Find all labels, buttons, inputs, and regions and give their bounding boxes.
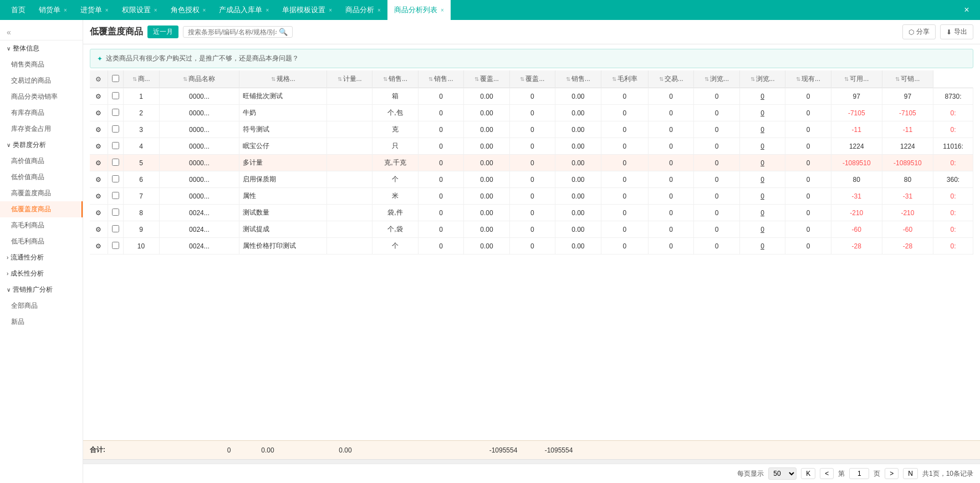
row-browse-a[interactable]: 0 — [739, 171, 785, 188]
row-browse-a[interactable]: 0 — [739, 138, 785, 155]
row-checkbox[interactable] — [108, 171, 123, 188]
row-settings[interactable]: ⚙ — [90, 88, 108, 105]
page-number-input[interactable] — [849, 468, 869, 479]
row-settings[interactable]: ⚙ — [90, 121, 108, 138]
sidebar-item-traded-goods[interactable]: 交易过的商品 — [0, 73, 83, 89]
sidebar-collapse-btn[interactable]: « — [4, 27, 13, 38]
col-sales-c[interactable]: ⇅销售... — [555, 70, 601, 88]
nav-template[interactable]: 单据模板设置 × — [275, 0, 339, 20]
row-settings[interactable]: ⚙ — [90, 138, 108, 155]
nav-product-analysis-list[interactable]: 商品分析列表 × — [387, 0, 451, 20]
col-cover-b[interactable]: ⇅覆盖... — [509, 70, 555, 88]
nav-sales[interactable]: 销货单 × — [32, 0, 74, 20]
col-sales-amt[interactable]: ⇅销售... — [418, 70, 463, 88]
row-checkbox[interactable] — [108, 121, 123, 138]
row-checkbox[interactable] — [108, 221, 123, 238]
row-checkbox[interactable] — [108, 88, 123, 105]
nav-home[interactable]: 首页 — [4, 0, 32, 20]
col-gross-rate[interactable]: ⇅毛利率 — [601, 70, 648, 88]
row-sales-c: 0 — [601, 138, 648, 155]
nav-role-close[interactable]: × — [203, 7, 206, 13]
row-settings[interactable]: ⚙ — [90, 155, 108, 171]
row-browse-a[interactable]: 0 — [739, 88, 785, 105]
date-filter-button[interactable]: 近一月 — [147, 26, 178, 38]
row-checkbox[interactable] — [108, 205, 123, 221]
sidebar-item-category-rate[interactable]: 商品分类动销率 — [0, 89, 83, 105]
sidebar-item-low-coverage[interactable]: 低覆盖度商品 — [0, 201, 83, 217]
col-trans[interactable]: ⇅交易... — [648, 70, 693, 88]
row-checkbox[interactable] — [108, 105, 123, 121]
nav-permission-close[interactable]: × — [154, 7, 157, 13]
nav-product-close[interactable]: × — [377, 7, 381, 13]
table-row: ⚙ 6 0000... 启用保质期 个 0 0.00 0 0.00 0 0 0 … — [90, 171, 973, 188]
sidebar-section-overall[interactable]: ∨ 整体信息 — [0, 40, 83, 57]
sidebar-item-capital[interactable]: 库存资金占用 — [0, 121, 83, 137]
sidebar-item-in-stock[interactable]: 有库存商品 — [0, 105, 83, 121]
col-spec[interactable]: ⇅规格... — [239, 70, 327, 88]
window-close-button[interactable]: × — [958, 1, 976, 19]
row-browse-a[interactable]: 0 — [739, 155, 785, 171]
row-settings[interactable]: ⚙ — [90, 221, 108, 238]
col-checkbox[interactable] — [108, 70, 123, 88]
sidebar-item-high-coverage[interactable]: 高覆盖度商品 — [0, 185, 83, 201]
row-browse-a[interactable]: 0 — [739, 188, 785, 205]
sidebar-item-high-value[interactable]: 高价值商品 — [0, 153, 83, 169]
row-settings[interactable]: ⚙ — [90, 105, 108, 121]
col-sales-qty[interactable]: ⇅销售... — [372, 70, 418, 88]
row-checkbox[interactable] — [108, 138, 123, 155]
nav-role[interactable]: 角色授权 × — [164, 0, 213, 20]
prev-page-button[interactable]: < — [820, 468, 834, 479]
row-settings[interactable]: ⚙ — [90, 188, 108, 205]
sidebar-item-sales-goods[interactable]: 销售类商品 — [0, 57, 83, 73]
col-name[interactable]: ⇅商品名称 — [159, 70, 239, 88]
row-browse-a[interactable]: 0 — [739, 205, 785, 221]
nav-purchase[interactable]: 进货单 × — [74, 0, 115, 20]
search-input[interactable] — [188, 28, 277, 36]
col-available[interactable]: ⇅可用... — [831, 70, 882, 88]
row-trans: 0 — [694, 238, 739, 255]
sidebar-item-high-margin[interactable]: 高毛利商品 — [0, 217, 83, 233]
nav-template-close[interactable]: × — [329, 7, 332, 13]
scrollbar[interactable] — [83, 459, 980, 464]
row-settings[interactable]: ⚙ — [90, 238, 108, 255]
sidebar-section-marketing[interactable]: ∨ 营销推广分析 — [0, 282, 83, 298]
row-checkbox[interactable] — [108, 188, 123, 205]
row-browse-a[interactable]: 0 — [739, 221, 785, 238]
col-current[interactable]: ⇅现有... — [785, 70, 831, 88]
nav-sales-close[interactable]: × — [64, 7, 67, 13]
nav-product-list-close[interactable]: × — [441, 7, 444, 13]
per-page-select[interactable]: 50 100 200 — [768, 467, 797, 480]
row-checkbox[interactable] — [108, 238, 123, 255]
next-page-button[interactable]: > — [885, 468, 899, 479]
sidebar-item-all-goods[interactable]: 全部商品 — [0, 298, 83, 314]
col-cover-a[interactable]: ⇅覆盖... — [464, 70, 509, 88]
row-checkbox[interactable] — [108, 155, 123, 171]
nav-warehouse[interactable]: 产成品入库单 × — [212, 0, 275, 20]
share-button[interactable]: ⬡ 分享 — [902, 24, 936, 39]
row-browse-a[interactable]: 0 — [739, 238, 785, 255]
sidebar-item-low-value[interactable]: 低价值商品 — [0, 169, 83, 185]
col-saleable[interactable]: ⇅可销... — [882, 70, 933, 88]
col-code[interactable]: ⇅商... — [123, 70, 159, 88]
row-browse-a[interactable]: 0 — [739, 121, 785, 138]
row-settings[interactable]: ⚙ — [90, 171, 108, 188]
col-browse-b[interactable]: ⇅浏览... — [739, 70, 785, 88]
row-settings[interactable]: ⚙ — [90, 205, 108, 221]
nav-warehouse-close[interactable]: × — [266, 7, 269, 13]
row-browse-a[interactable]: 0 — [739, 105, 785, 121]
first-page-button[interactable]: K — [801, 468, 815, 479]
sidebar-item-new-goods[interactable]: 新品 — [0, 314, 83, 330]
col-settings[interactable]: ⚙ — [90, 70, 108, 88]
export-button[interactable]: ⬇ 导出 — [940, 24, 973, 39]
nav-purchase-close[interactable]: × — [105, 7, 109, 13]
col-unit[interactable]: ⇅计量... — [326, 70, 372, 88]
select-all-checkbox[interactable] — [112, 75, 119, 82]
sidebar-section-cluster[interactable]: ∨ 类群度分析 — [0, 137, 83, 153]
sidebar-section-circulation[interactable]: › 流通性分析 — [0, 250, 83, 266]
sidebar-item-low-margin[interactable]: 低毛利商品 — [0, 233, 83, 250]
col-browse-a[interactable]: ⇅浏览... — [694, 70, 739, 88]
nav-product-analysis[interactable]: 商品分析 × — [339, 0, 387, 20]
last-page-button[interactable]: N — [903, 468, 918, 479]
nav-permission[interactable]: 权限设置 × — [115, 0, 164, 20]
sidebar-section-growth[interactable]: › 成长性分析 — [0, 266, 83, 282]
